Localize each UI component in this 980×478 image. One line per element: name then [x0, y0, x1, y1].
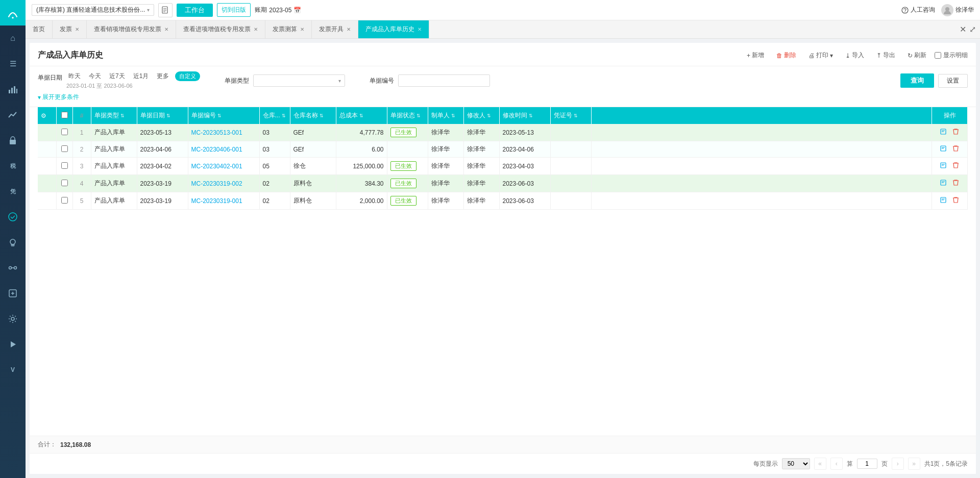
delete-button[interactable]: 🗑 删除: [772, 49, 800, 62]
select-all-checkbox[interactable]: [61, 112, 68, 118]
date-btn-more[interactable]: 更多: [155, 72, 171, 81]
row-checkbox[interactable]: [61, 145, 68, 152]
row-check[interactable]: [56, 158, 72, 175]
th-modifier[interactable]: 修改人 ⇅: [463, 107, 499, 124]
sidebar-item-home[interactable]: ⌂: [0, 26, 26, 51]
sidebar-item-stamp[interactable]: [0, 230, 26, 255]
app-logo[interactable]: [0, 0, 26, 26]
show-detail-checkbox[interactable]: 显示明细: [935, 51, 968, 60]
row-code-link[interactable]: MC-20230319-002: [191, 180, 242, 187]
set-button[interactable]: 设置: [938, 74, 968, 88]
row-view-icon[interactable]: [939, 197, 951, 205]
row-checkbox[interactable]: [61, 180, 68, 186]
tab-invoice[interactable]: 发票 ✕: [53, 20, 87, 38]
sidebar-item-tax[interactable]: 税: [0, 153, 26, 179]
row-delete-icon[interactable]: [951, 145, 961, 154]
row-view-icon[interactable]: [939, 145, 951, 154]
row-checkbox[interactable]: [61, 129, 68, 135]
tab-purchase-vat[interactable]: 查看进项增值税专用发票 ✕: [176, 20, 265, 38]
query-button[interactable]: 查询: [900, 73, 934, 88]
sidebar-item-settings[interactable]: [0, 306, 26, 332]
tab-sales-vat-close[interactable]: ✕: [164, 27, 168, 32]
th-voucher[interactable]: 凭证号 ⇅: [550, 107, 591, 124]
row-checkbox[interactable]: [61, 162, 68, 169]
sidebar-item-chart[interactable]: [0, 77, 26, 102]
row-delete-icon[interactable]: [951, 180, 961, 188]
import-button[interactable]: ⤓ 导入: [841, 49, 868, 62]
doc-type-select[interactable]: 产品入库单: [253, 74, 345, 87]
new-button[interactable]: + 新增: [743, 49, 768, 62]
th-code[interactable]: 单据编号 ⇅: [188, 107, 259, 124]
sidebar-item-document[interactable]: ☰: [0, 51, 26, 77]
page-number-input[interactable]: [857, 459, 877, 469]
row-code-link[interactable]: MC-20230406-001: [191, 146, 242, 153]
sidebar-item-lock[interactable]: [0, 128, 26, 153]
row-check[interactable]: [56, 141, 72, 158]
row-delete-icon[interactable]: [951, 129, 961, 137]
user-info[interactable]: 徐泽华: [941, 4, 974, 16]
sidebar-item-voucher[interactable]: 凭: [0, 179, 26, 204]
doc-num-input[interactable]: [398, 74, 490, 87]
tab-invoice-close[interactable]: ✕: [75, 27, 79, 32]
th-modify-time[interactable]: 修改时间 ⇅: [499, 107, 550, 124]
row-view-icon[interactable]: [939, 162, 951, 170]
switch-old-button[interactable]: 切到旧版: [217, 3, 251, 17]
tab-maximize-icon[interactable]: ⤢: [969, 24, 976, 34]
th-warehouse-code[interactable]: 仓库... ⇅: [259, 107, 290, 124]
row-view-icon[interactable]: [939, 180, 951, 188]
th-date[interactable]: 单据日期 ⇅: [137, 107, 188, 124]
print-button[interactable]: 🖨 打印 ▾: [804, 49, 837, 62]
calendar-icon[interactable]: 📅: [293, 7, 301, 14]
tab-product-in-history[interactable]: 产成品入库单历史 ✕: [358, 20, 429, 38]
th-settings[interactable]: ⚙: [38, 107, 56, 124]
workbench-button[interactable]: 工作台: [177, 4, 213, 17]
document-icon[interactable]: [158, 3, 173, 17]
th-creator[interactable]: 制单人 ⇅: [428, 107, 463, 124]
row-checkbox[interactable]: [61, 197, 68, 204]
tab-sales-vat[interactable]: 查看销项增值税专用发票 ✕: [87, 20, 176, 38]
ai-service[interactable]: 人工咨询: [901, 6, 935, 14]
refresh-button[interactable]: ↻ 刷新: [903, 49, 930, 62]
sidebar-item-asset[interactable]: [0, 281, 26, 306]
row-check[interactable]: [56, 124, 72, 141]
tab-invoice-calc[interactable]: 发票测算 ✕: [265, 20, 312, 38]
first-page-button[interactable]: «: [814, 458, 826, 470]
tab-invoice-issue-close[interactable]: ✕: [347, 27, 351, 32]
date-btn-1month[interactable]: 近1月: [131, 72, 151, 81]
date-btn-custom[interactable]: 自定义: [175, 71, 200, 81]
th-check[interactable]: [56, 107, 72, 124]
date-btn-yesterday[interactable]: 昨天: [66, 72, 83, 81]
row-check[interactable]: [56, 175, 72, 192]
row-delete-icon[interactable]: [951, 197, 961, 205]
expand-filter-button[interactable]: ▾ 展开更多条件: [38, 93, 968, 102]
date-btn-today[interactable]: 今天: [87, 72, 103, 81]
sidebar-item-version[interactable]: V: [0, 357, 26, 383]
tab-invoice-issue[interactable]: 发票开具 ✕: [312, 20, 358, 38]
next-page-button[interactable]: ›: [892, 458, 904, 470]
tab-product-in-history-close[interactable]: ✕: [418, 27, 422, 32]
tab-close-all-icon[interactable]: ✕: [960, 24, 966, 34]
sidebar-item-account[interactable]: [0, 204, 26, 230]
row-code-link[interactable]: MC-20230319-001: [191, 197, 242, 205]
th-status[interactable]: 单据状态 ⇅: [387, 107, 428, 124]
row-view-icon[interactable]: [939, 129, 951, 137]
settings-icon[interactable]: ⚙: [41, 112, 46, 119]
last-page-button[interactable]: »: [908, 458, 920, 470]
row-delete-icon[interactable]: [951, 162, 961, 170]
th-total[interactable]: 总成本 ⇅: [336, 107, 387, 124]
prev-page-button[interactable]: ‹: [830, 458, 843, 470]
export-button[interactable]: ⤒ 导出: [872, 49, 899, 62]
row-code-link[interactable]: MC-20230513-001: [191, 129, 242, 136]
show-detail-input[interactable]: [935, 52, 941, 59]
per-page-select[interactable]: 50 10 20 100: [782, 458, 810, 469]
row-check[interactable]: [56, 192, 72, 210]
sidebar-item-process[interactable]: [0, 255, 26, 281]
date-btn-7days[interactable]: 近7天: [107, 72, 127, 81]
row-code-link[interactable]: MC-20230402-001: [191, 163, 242, 170]
th-type[interactable]: 单据类型 ⇅: [91, 107, 137, 124]
tab-purchase-vat-close[interactable]: ✕: [254, 27, 258, 32]
th-warehouse-name[interactable]: 仓库名称 ⇅: [290, 107, 336, 124]
sidebar-item-video[interactable]: [0, 332, 26, 357]
company-selector[interactable]: (库存核算) 直播轻途通信息技术股份份... ▾: [32, 4, 154, 16]
sidebar-item-analytics[interactable]: [0, 102, 26, 128]
